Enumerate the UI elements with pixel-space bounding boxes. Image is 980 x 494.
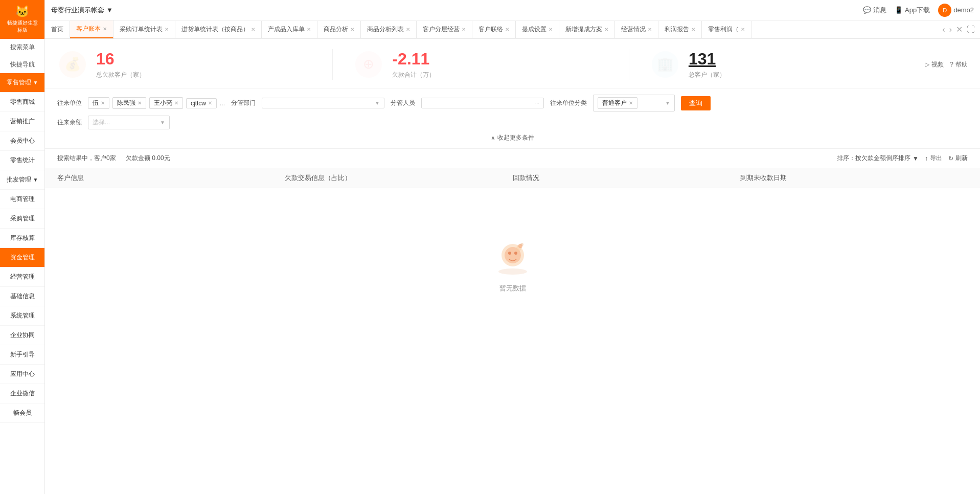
table-body: 暂无数据 bbox=[45, 188, 980, 342]
close-icon[interactable]: ✕ bbox=[691, 27, 695, 32]
stat-label-debt: 欠款合计（万） bbox=[392, 71, 435, 79]
sidebar-item-basic[interactable]: 基础信息 bbox=[0, 287, 44, 306]
sidebar-item-corp-wechat[interactable]: 企业微信 bbox=[0, 384, 44, 403]
stat-divider-1 bbox=[332, 49, 333, 80]
tab-new-commission[interactable]: 新增提成方案 ✕ bbox=[559, 21, 615, 38]
tab-purchase-order[interactable]: 采购订单统计表 ✕ bbox=[113, 21, 175, 38]
sort-label: 排序：按欠款金额倒序排序 bbox=[837, 154, 910, 163]
close-icon[interactable]: ✕ bbox=[165, 27, 169, 32]
close-icon[interactable]: ✕ bbox=[648, 27, 652, 32]
close-icon[interactable]: ✕ bbox=[505, 27, 509, 32]
collapse-btn[interactable]: ∧ 收起更多条件 bbox=[57, 133, 968, 142]
tab-label: 进货单统计表（按商品） bbox=[181, 25, 249, 34]
sidebar-item-newbie[interactable]: 新手引导 bbox=[0, 345, 44, 365]
dept-filter-label: 分管部门 bbox=[231, 99, 256, 107]
tag-text: 陈民强 bbox=[117, 99, 135, 107]
close-icon[interactable]: ✕ bbox=[629, 100, 633, 106]
video-btn[interactable]: ▷ 视频 bbox=[925, 60, 944, 69]
sidebar-item-retail-stat[interactable]: 零售统计 bbox=[0, 151, 44, 170]
sidebar-item-search[interactable]: 搜索菜单 bbox=[0, 39, 44, 56]
sidebar-item-finance[interactable]: 资金管理 bbox=[0, 248, 44, 267]
filter-row-1: 往来单位 伍 ✕ 陈民强 ✕ 王小亮 ✕ cjttcw bbox=[57, 95, 968, 111]
message-btn[interactable]: 💬 消息 bbox=[863, 6, 886, 15]
sort-select[interactable]: 排序：按欠款金额倒序排序 ▼ bbox=[837, 154, 919, 163]
tab-customer-segment[interactable]: 客户分层经营 ✕ bbox=[417, 21, 472, 38]
help-btn[interactable]: ? 帮助 bbox=[950, 60, 968, 69]
svg-text:💰: 💰 bbox=[64, 56, 81, 72]
tab-commission-settings[interactable]: 提成设置 ✕ bbox=[516, 21, 559, 38]
tab-profit-report[interactable]: 利润报告 ✕ bbox=[658, 21, 702, 38]
tab-product-inbound[interactable]: 产成品入库单 ✕ bbox=[262, 21, 317, 38]
tab-product-analysis[interactable]: 商品分析 ✕ bbox=[317, 21, 361, 38]
unit-type-tags: 普通客户 ✕ bbox=[598, 97, 637, 109]
dept-select[interactable]: ▼ bbox=[262, 98, 384, 108]
svg-point-13 bbox=[520, 243, 523, 246]
chevron-down-icon: ▼ bbox=[160, 120, 165, 125]
tab-product-analysis-list[interactable]: 商品分析列表 ✕ bbox=[361, 21, 417, 38]
sidebar-item-purchase[interactable]: 采购管理 bbox=[0, 209, 44, 229]
close-icon[interactable]: ✕ bbox=[741, 27, 745, 32]
close-icon[interactable]: ✕ bbox=[103, 26, 107, 32]
user-profile[interactable]: D demo2 bbox=[938, 4, 974, 17]
message-icon: 💬 bbox=[863, 6, 871, 14]
tab-operation-status[interactable]: 经营情况 ✕ bbox=[615, 21, 658, 38]
app-download-btn[interactable]: 📱 App下载 bbox=[895, 6, 930, 15]
tab-purchase-stat[interactable]: 进货单统计表（按商品） ✕ bbox=[175, 21, 262, 38]
content-area: 💰 16 总欠款客户（家） ⊕ -2.11 bbox=[45, 39, 980, 494]
export-btn[interactable]: ↑ 导出 bbox=[925, 154, 942, 163]
close-icon[interactable]: ✕ bbox=[604, 27, 608, 32]
close-icon[interactable]: ✕ bbox=[350, 27, 354, 32]
close-icon[interactable]: ✕ bbox=[462, 27, 466, 32]
unit-type-filter-label: 往来单位分类 bbox=[550, 99, 587, 107]
close-all-btn[interactable]: ✕ bbox=[955, 24, 964, 35]
tabs-bar: 首页 客户账本 ✕ 采购订单统计表 ✕ 进货单统计表（按商品） ✕ 产成品入库单… bbox=[45, 20, 980, 39]
sidebar-item-member[interactable]: 会员中心 bbox=[0, 131, 44, 151]
refresh-label: 刷新 bbox=[955, 154, 968, 163]
person-select[interactable]: ··· bbox=[421, 98, 544, 108]
amount-select[interactable]: 选择... ▼ bbox=[88, 116, 170, 129]
close-icon[interactable]: ✕ bbox=[138, 100, 142, 106]
debt-icon: ⊕ bbox=[353, 49, 384, 80]
maximize-btn[interactable]: ⛶ bbox=[966, 24, 976, 35]
sidebar-item-quick-nav[interactable]: 快捷导航 bbox=[0, 56, 44, 73]
close-icon[interactable]: ✕ bbox=[101, 100, 105, 106]
sidebar-item-app-center[interactable]: 应用中心 bbox=[0, 365, 44, 384]
sidebar-item-ecommerce[interactable]: 电商管理 bbox=[0, 190, 44, 209]
tab-home[interactable]: 首页 bbox=[45, 21, 70, 38]
tab-customer-contact[interactable]: 客户联络 ✕ bbox=[472, 21, 516, 38]
sidebar-item-marketing[interactable]: 营销推广 bbox=[0, 112, 44, 131]
col-debt-info: 欠款交易信息（占比） bbox=[285, 173, 512, 183]
tab-label: 商品分析列表 bbox=[367, 25, 404, 34]
sidebar-item-retail[interactable]: 零售管理 ▼ bbox=[0, 73, 44, 93]
tab-customer-account[interactable]: 客户账本 ✕ bbox=[70, 20, 113, 38]
sidebar-item-system[interactable]: 系统管理 bbox=[0, 306, 44, 326]
close-icon[interactable]: ✕ bbox=[208, 100, 212, 106]
account-selector[interactable]: 母婴行业演示帐套 ▼ bbox=[51, 6, 113, 15]
ellipsis-icon: ··· bbox=[535, 100, 539, 106]
tab-retail-profit[interactable]: 零售利润（ ✕ bbox=[702, 21, 751, 38]
close-icon[interactable]: ✕ bbox=[174, 100, 178, 106]
refresh-icon: ↻ bbox=[948, 155, 953, 162]
close-icon[interactable]: ✕ bbox=[406, 27, 410, 32]
stat-total-customers: 💰 16 总欠款客户（家） bbox=[57, 49, 332, 80]
unit-type-select[interactable]: 普通客户 ✕ ▼ bbox=[593, 95, 675, 111]
next-tab-btn[interactable]: › bbox=[948, 24, 953, 35]
amount-filter-label: 往来余额 bbox=[57, 118, 82, 127]
sidebar-item-corp[interactable]: 企业协同 bbox=[0, 326, 44, 345]
sidebar-item-inventory[interactable]: 库存核算 bbox=[0, 229, 44, 248]
close-icon[interactable]: ✕ bbox=[307, 27, 311, 32]
sidebar-item-wholesale[interactable]: 批发管理 ▼ bbox=[0, 170, 44, 190]
filter-tag-normal-customer: 普通客户 ✕ bbox=[598, 97, 637, 109]
search-button[interactable]: 查询 bbox=[681, 96, 711, 110]
prev-tab-btn[interactable]: ‹ bbox=[941, 24, 946, 35]
sidebar-item-vip[interactable]: 畅会员 bbox=[0, 403, 44, 423]
amount-placeholder: 选择... bbox=[93, 118, 110, 127]
stat-info-total: 131 总客户（家） bbox=[689, 50, 725, 79]
close-icon[interactable]: ✕ bbox=[251, 27, 255, 32]
more-tags-btn[interactable]: ... bbox=[220, 100, 225, 107]
tab-label: 商品分析 bbox=[324, 25, 348, 34]
sidebar-item-operation[interactable]: 经营管理 bbox=[0, 267, 44, 287]
refresh-btn[interactable]: ↻ 刷新 bbox=[948, 154, 968, 163]
close-icon[interactable]: ✕ bbox=[549, 27, 553, 32]
sidebar-item-retail-mall[interactable]: 零售商城 bbox=[0, 93, 44, 112]
